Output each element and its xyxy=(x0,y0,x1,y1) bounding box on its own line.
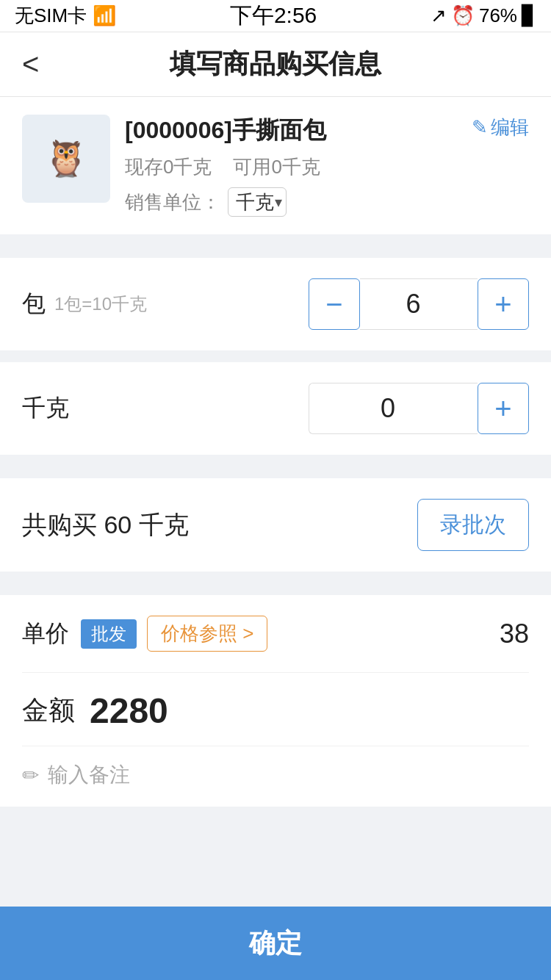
page-title: 填写商品购买信息 xyxy=(170,46,381,82)
total-text: 共购买 60 千克 xyxy=(22,508,189,542)
kilogram-label: 千克 xyxy=(22,392,69,425)
battery-text: 76% xyxy=(479,4,517,27)
status-carrier: 无SIM卡 📶 xyxy=(15,3,116,29)
wifi-icon: 📶 xyxy=(93,4,116,27)
unit-select-wrap[interactable]: 千克 xyxy=(228,187,287,217)
kilogram-label-text: 千克 xyxy=(22,392,69,425)
total-row: 共购买 60 千克 录批次 xyxy=(22,478,529,572)
total-section: 共购买 60 千克 录批次 xyxy=(0,478,551,572)
price-section: 单价 批发 价格参照 > 38 xyxy=(0,595,551,673)
kilogram-section: 千克 + xyxy=(0,362,551,455)
kilogram-qty-input[interactable] xyxy=(309,383,478,434)
amount-row: 金额 2280 xyxy=(22,691,529,746)
product-logo-icon: 🦉 xyxy=(44,138,88,179)
product-unit-row: 销售单位： 千克 xyxy=(125,187,529,217)
edit-icon: ✎ xyxy=(472,116,488,139)
location-icon: ↗ xyxy=(431,4,447,27)
separator-3 xyxy=(0,583,551,595)
unit-select[interactable]: 千克 xyxy=(228,187,287,217)
separator-1 xyxy=(0,246,551,258)
unit-label: 销售单位： xyxy=(125,190,220,215)
kilogram-qty-control: + xyxy=(309,383,529,434)
note-placeholder: 输入备注 xyxy=(48,761,130,789)
amount-label: 金额 xyxy=(22,693,75,729)
alarm-icon: ⏰ xyxy=(451,4,475,27)
carrier-text: 无SIM卡 xyxy=(15,3,87,29)
back-button[interactable]: < xyxy=(22,48,39,81)
product-card: 🦉 [0000006]手撕面包 现存0千克 可用0千克 销售单位： 千克 ✎ 编… xyxy=(0,97,551,234)
price-ref-button[interactable]: 价格参照 > xyxy=(147,616,267,652)
battery-icon: ▊ xyxy=(522,4,536,27)
product-stock: 现存0千克 可用0千克 xyxy=(125,154,529,180)
package-row: 包 1包=10千克 − + xyxy=(22,258,529,350)
package-label: 包 1包=10千克 xyxy=(22,288,147,320)
stock-text: 现存0千克 xyxy=(125,156,212,178)
product-info: [0000006]手撕面包 现存0千克 可用0千克 销售单位： 千克 xyxy=(125,115,529,217)
pencil-icon: ✏ xyxy=(22,763,39,788)
available-text: 可用0千克 xyxy=(233,156,320,178)
package-qty-control: − + xyxy=(309,278,529,330)
confirm-button[interactable]: 确定 xyxy=(0,907,551,980)
price-value: 38 xyxy=(500,619,529,649)
product-name: [0000006]手撕面包 xyxy=(125,115,529,147)
package-minus-button[interactable]: − xyxy=(309,278,360,330)
kilogram-row: 千克 + xyxy=(22,362,529,455)
nav-bar: < 填写商品购买信息 xyxy=(0,32,551,97)
amount-value: 2280 xyxy=(90,691,168,731)
package-sub-label: 1包=10千克 xyxy=(54,292,147,316)
package-label-text: 包 xyxy=(22,288,46,320)
package-plus-button[interactable]: + xyxy=(478,278,529,330)
status-right: ↗ ⏰ 76% ▊ xyxy=(431,4,536,27)
edit-button[interactable]: ✎ 编辑 xyxy=(472,115,529,140)
product-image: 🦉 xyxy=(22,115,110,203)
price-label: 单价 xyxy=(22,618,69,650)
status-bar: 无SIM卡 📶 下午2:56 ↗ ⏰ 76% ▊ xyxy=(0,0,551,32)
amount-section: 金额 2280 ✏ 输入备注 xyxy=(0,673,551,807)
status-time: 下午2:56 xyxy=(230,1,317,31)
price-row: 单价 批发 价格参照 > 38 xyxy=(22,595,529,673)
record-batch-button[interactable]: 录批次 xyxy=(417,499,529,551)
edit-label: 编辑 xyxy=(491,115,529,140)
kilogram-plus-button[interactable]: + xyxy=(478,383,529,434)
package-qty-input[interactable] xyxy=(360,278,478,330)
note-row[interactable]: ✏ 输入备注 xyxy=(22,746,529,807)
price-type-tag: 批发 xyxy=(81,619,137,649)
separator-2 xyxy=(0,466,551,478)
package-section: 包 1包=10千克 − + xyxy=(0,258,551,350)
